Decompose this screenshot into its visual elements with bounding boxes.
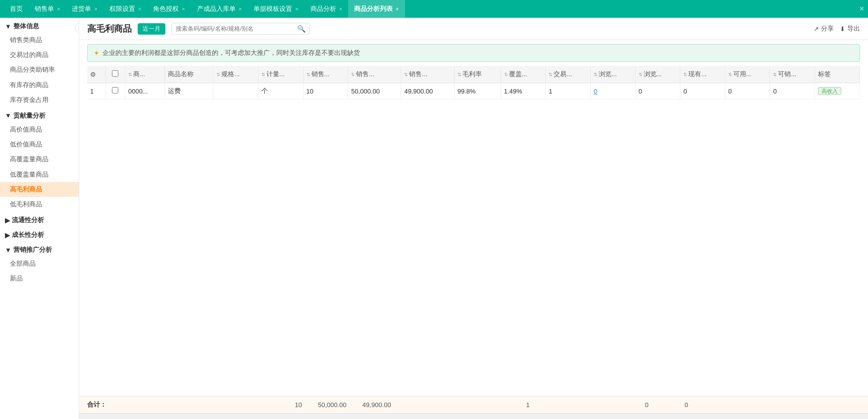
header-actions: ↗ 分享 ⬇ 导出: [814, 24, 860, 33]
sidebar-item-low-value[interactable]: 低价值商品: [0, 137, 79, 152]
tab-analysis-list-label: 商品分析列表: [354, 4, 393, 13]
col-spec[interactable]: ⇅规格...: [213, 66, 258, 83]
row-gross-margin: 99.8%: [454, 83, 501, 99]
sort-icon-trade: ⇅: [549, 72, 553, 77]
chevron-right-icon-2: ▶: [5, 232, 10, 239]
chevron-down-icon: ▼: [5, 23, 11, 30]
tab-home-label: 首页: [10, 4, 23, 13]
sort-icon-amount: ⇅: [351, 72, 355, 77]
sidebar-item-high-value[interactable]: 高价值商品: [0, 122, 79, 137]
tab-sales-close[interactable]: ×: [57, 6, 60, 12]
select-all-checkbox[interactable]: [112, 70, 118, 77]
col-coverage[interactable]: ⇅覆盖...: [501, 66, 546, 83]
sidebar-item-high-coverage[interactable]: 高覆盖量商品: [0, 152, 79, 167]
col-sku-code[interactable]: ⇅商...: [125, 66, 164, 83]
share-button[interactable]: ↗ 分享: [814, 24, 834, 33]
footer-current-stock: 0: [622, 401, 652, 409]
sidebar: « ▼ 整体信息 销售类商品 交易过的商品 商品分类助销率 有库存的商品 库存资…: [0, 18, 79, 419]
tab-sales[interactable]: 销售单 ×: [29, 0, 66, 18]
footer-sales-qty: 10: [275, 401, 305, 409]
col-tag[interactable]: 标签: [815, 66, 860, 83]
sidebar-group-liquidity[interactable]: ▶ 流通性分析: [0, 212, 79, 227]
sort-icon-view1: ⇅: [594, 72, 598, 77]
col-sales-amount[interactable]: ⇅销售...: [348, 66, 401, 83]
col-sales-cost[interactable]: ⇅销售...: [401, 66, 454, 83]
filter-recent-month-button[interactable]: 近一月: [138, 23, 165, 35]
tab-inbound[interactable]: 产成品入库单 ×: [191, 0, 248, 18]
col-current-stock[interactable]: ⇅现有...: [680, 66, 725, 83]
sort-icon-unit: ⇅: [261, 72, 265, 77]
tab-analysis-label: 商品分析: [310, 4, 336, 13]
tab-analysis-list-close[interactable]: ×: [396, 6, 399, 12]
col-view1[interactable]: ⇅浏览...: [590, 66, 635, 83]
sort-icon-available: ⇅: [728, 72, 732, 77]
sidebar-item-high-margin[interactable]: 高毛利商品: [0, 182, 79, 197]
sidebar-group-growth[interactable]: ▶ 成长性分析: [0, 227, 79, 241]
sidebar-group-contribution-label: 贡献量分析: [13, 111, 46, 120]
tab-analysis[interactable]: 商品分析 ×: [305, 0, 348, 18]
footer-trade: 1: [503, 401, 533, 409]
share-label: 分享: [821, 24, 834, 33]
row-sellable: 0: [770, 83, 815, 99]
sort-icon-cost: ⇅: [404, 72, 408, 77]
col-gross-margin[interactable]: ⇅毛利率: [454, 66, 501, 83]
sidebar-group-marketing[interactable]: ▼ 营销推广分析: [0, 241, 79, 256]
sort-icon-stock: ⇅: [683, 72, 687, 77]
sidebar-item-new-products[interactable]: 新品: [0, 271, 79, 286]
col-view2[interactable]: ⇅浏览...: [635, 66, 680, 83]
col-name[interactable]: 商品名称: [164, 66, 213, 83]
footer-total-label: 合计：: [87, 400, 107, 409]
col-checkbox[interactable]: [105, 66, 125, 83]
sidebar-item-low-coverage[interactable]: 低覆盖量商品: [0, 167, 79, 182]
tab-analysis-close[interactable]: ×: [339, 6, 342, 12]
tab-purchase-close[interactable]: ×: [94, 6, 97, 12]
col-settings[interactable]: ⚙: [87, 66, 105, 83]
tab-template[interactable]: 单据模板设置 ×: [248, 0, 304, 18]
search-input[interactable]: [176, 25, 297, 32]
row-sales-amount: 50,000.00: [348, 83, 401, 99]
sidebar-item-traded-products[interactable]: 交易过的商品: [0, 47, 79, 62]
tab-home[interactable]: 首页: [4, 0, 29, 18]
row-tag: 高收入: [815, 83, 860, 99]
sidebar-group-growth-label: 成长性分析: [12, 231, 44, 239]
sidebar-item-in-stock-products[interactable]: 有库存的商品: [0, 78, 79, 93]
col-available[interactable]: ⇅可用...: [725, 66, 770, 83]
sidebar-item-stock-capital[interactable]: 库存资金占用: [0, 93, 79, 107]
tab-analysis-list[interactable]: 商品分析列表 ×: [348, 0, 405, 18]
col-trade[interactable]: ⇅交易...: [546, 66, 591, 83]
sidebar-item-category-sales-rate[interactable]: 商品分类助销率: [0, 62, 79, 77]
info-icon: ✦: [94, 49, 100, 57]
row-sales-qty: 10: [303, 83, 348, 99]
row-view2: 0: [635, 83, 680, 99]
content-header: 高毛利商品 近一月 🔍 ↗ 分享 ⬇ 导出: [79, 18, 868, 40]
sidebar-item-all-products[interactable]: 全部商品: [0, 256, 79, 271]
tab-role[interactable]: 角色授权 ×: [147, 0, 191, 18]
row-view1[interactable]: 0: [590, 83, 635, 99]
row-index: 1: [87, 83, 105, 99]
tab-role-close[interactable]: ×: [182, 6, 185, 12]
tab-template-close[interactable]: ×: [295, 6, 298, 12]
tab-inbound-close[interactable]: ×: [239, 6, 242, 12]
sidebar-item-low-margin[interactable]: 低毛利商品: [0, 197, 79, 212]
export-button[interactable]: ⬇ 导出: [840, 24, 860, 33]
row-checkbox[interactable]: [112, 87, 118, 93]
sort-icon-view2: ⇅: [639, 72, 643, 77]
sidebar-group-overall[interactable]: ▼ 整体信息: [0, 18, 79, 33]
sort-icon-coverage: ⇅: [504, 72, 508, 77]
row-sales-cost: 49,900.00: [401, 83, 454, 99]
main-layout: « ▼ 整体信息 销售类商品 交易过的商品 商品分类助销率 有库存的商品 库存资…: [0, 18, 868, 419]
col-unit[interactable]: ⇅计量...: [258, 66, 303, 83]
tab-permission-close[interactable]: ×: [138, 6, 141, 12]
row-checkbox-cell[interactable]: [105, 83, 125, 99]
col-sellable[interactable]: ⇅可销...: [770, 66, 815, 83]
col-sales-qty[interactable]: ⇅销售...: [303, 66, 348, 83]
close-all-tabs-button[interactable]: ×: [860, 4, 864, 13]
tab-permission[interactable]: 权限设置 ×: [103, 0, 147, 18]
table-body: 1 0000... 运费 个 10 50,000.00 49,900.00 99…: [87, 83, 860, 99]
sidebar-item-sales-products[interactable]: 销售类商品: [0, 33, 79, 47]
tab-purchase[interactable]: 进货单 ×: [66, 0, 103, 18]
chevron-right-icon: ▶: [5, 217, 10, 224]
tab-inbound-label: 产成品入库单: [197, 4, 236, 13]
sidebar-group-contribution[interactable]: ▼ 贡献量分析: [0, 107, 79, 122]
horizontal-scrollbar[interactable]: [79, 413, 868, 419]
